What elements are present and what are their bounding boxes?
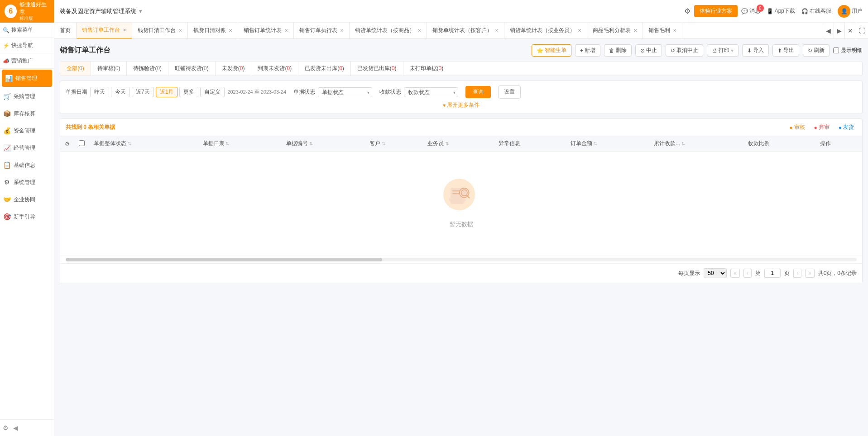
tab-sales-workbench[interactable]: 销售订单工作台✕ — [77, 23, 132, 39]
sidebar-item-system[interactable]: ⚙系统管理 — [0, 174, 54, 191]
tabs-scroll-right[interactable]: ▶ — [834, 23, 844, 39]
sidebar-search[interactable]: 🔍 搜索菜单 — [0, 23, 54, 38]
prev-page-btn[interactable]: ‹ — [743, 269, 752, 278]
date-btn-今天[interactable]: 今天 — [111, 87, 130, 97]
col-customer[interactable]: 客户 — [365, 136, 423, 152]
export-btn[interactable]: ⬆ 导出 — [772, 44, 799, 57]
sidebar-item-purchase[interactable]: 🛒采购管理 — [0, 88, 54, 105]
tab-sales-stats[interactable]: 销售订单统计表✕ — [238, 23, 294, 39]
tab-close-goods-stats[interactable]: ✕ — [417, 28, 421, 33]
sidebar-item-guide[interactable]: 🎯新手引导 — [0, 208, 54, 225]
sub-tab-all[interactable]: 全部(0) — [60, 62, 91, 76]
payment-select[interactable]: 收款状态 — [404, 87, 458, 97]
expand-more-btn[interactable]: ▾ 展开更多条件 — [66, 101, 857, 109]
show-detail-checkbox-label[interactable]: 显示明细 — [833, 47, 863, 54]
dropdown-icon: ▾ — [139, 8, 142, 14]
next-page-btn[interactable]: › — [793, 269, 801, 278]
tab-customer-stats[interactable]: 销货单统计表（按客户）✕ — [427, 23, 504, 39]
show-detail-checkbox[interactable] — [833, 47, 839, 53]
app-download-btn[interactable]: 📱 App下载 — [767, 7, 795, 15]
col-received[interactable]: 累计收款... — [649, 136, 743, 152]
refresh-btn[interactable]: ↻ 刷新 — [803, 44, 830, 57]
sidebar-item-finance[interactable]: 💰资金管理 — [0, 122, 54, 139]
sub-tab-pending-review[interactable]: 待审核(0) — [91, 62, 127, 76]
date-btn-近1月[interactable]: 近1月 — [156, 87, 178, 97]
delete-btn[interactable]: 🗑 删除 — [604, 44, 632, 57]
col-salesman[interactable]: 业务员 — [423, 136, 494, 152]
col-number[interactable]: 单据编号 — [282, 136, 365, 152]
horizontal-scrollbar[interactable] — [66, 258, 857, 261]
user-btn[interactable]: 👤 用户 — [838, 5, 863, 18]
nav-icon-finance: 💰 — [3, 127, 11, 135]
reject-btn[interactable]: ● 弃审 — [811, 123, 832, 132]
sub-tab-shipped-out[interactable]: 已发货已出库(0) — [351, 62, 403, 76]
tab-salesman-stats[interactable]: 销货单统计表（按业务员）✕ — [504, 23, 587, 39]
sidebar-item-collab[interactable]: 🤝企业协同 — [0, 191, 54, 208]
tab-close-profit-analysis[interactable]: ✕ — [633, 28, 637, 33]
tabs-scroll-left[interactable]: ◀ — [823, 23, 834, 39]
settings-icon[interactable]: ⚙ — [3, 424, 9, 431]
online-service-btn[interactable]: 🎧 在线客服 — [801, 7, 831, 15]
sidebar-quick-nav[interactable]: ⚡ 快捷导航 — [0, 38, 54, 53]
topbar-gear-icon[interactable]: ⚙ — [684, 7, 691, 15]
cancel-stop-btn[interactable]: ↺ 取消中止 — [666, 44, 703, 57]
headset-icon: 🎧 — [801, 8, 808, 14]
tabs-fullscreen[interactable]: ⛶ — [856, 23, 868, 39]
tab-close-sales-stats[interactable]: ✕ — [284, 28, 288, 33]
col-check[interactable] — [74, 136, 89, 152]
first-page-btn[interactable]: « — [730, 269, 740, 278]
col-status[interactable]: 单据整体状态 — [89, 136, 198, 152]
print-btn[interactable]: 🖨 打印 ▾ — [707, 44, 739, 57]
sub-tab-shipped-not-out[interactable]: 已发货未出库(0) — [298, 62, 351, 76]
col-amount[interactable]: 订单金额 — [566, 136, 649, 152]
date-btn-昨天[interactable]: 昨天 — [90, 87, 109, 97]
tab-profit-analysis[interactable]: 商品毛利分析表✕ — [587, 23, 643, 39]
date-btn-近7天[interactable]: 近7天 — [132, 87, 154, 97]
select-all-checkbox[interactable] — [79, 140, 85, 146]
date-btn-自定义[interactable]: 自定义 — [200, 87, 225, 97]
col-date[interactable]: 单据日期 — [198, 136, 282, 152]
deliver-btn[interactable]: ● 发货 — [836, 123, 857, 132]
query-btn[interactable]: 查询 — [465, 86, 491, 98]
status-select[interactable]: 单据状态 — [318, 87, 372, 97]
approve-btn[interactable]: ● 审核 — [786, 123, 807, 132]
sidebar-item-basic-info[interactable]: 📋基础信息 — [0, 156, 54, 174]
import-btn[interactable]: ⬇ 导入 — [742, 44, 769, 57]
tab-close-sales-exec[interactable]: ✕ — [340, 28, 344, 33]
tab-goods-stats[interactable]: 销货单统计表（按商品）✕ — [350, 23, 427, 39]
col-settings[interactable]: ⚙ — [60, 136, 74, 152]
tab-sales-profit[interactable]: 销售毛利✕ — [643, 23, 682, 39]
add-btn[interactable]: + 新增 — [575, 44, 600, 57]
sub-tab-not-printed[interactable]: 未打印单据(0) — [403, 62, 450, 76]
sidebar-item-sales[interactable]: 📊销售管理 — [2, 70, 52, 87]
tab-close-money-goods[interactable]: ✕ — [178, 28, 182, 33]
tab-money-goods[interactable]: 钱货日清工作台✕ — [132, 23, 188, 39]
stop-btn[interactable]: ⊘ 中止 — [635, 44, 662, 57]
last-page-btn[interactable]: » — [805, 269, 815, 278]
page-input[interactable] — [764, 269, 781, 278]
sidebar-item-inventory[interactable]: 📦库存核算 — [0, 105, 54, 122]
message-btn[interactable]: 💬 消息 6 — [741, 7, 760, 15]
date-filter: 单据日期 昨天今天近7天近1月更多自定义 2023-02-24 至 2023-0… — [66, 87, 286, 97]
per-page-select[interactable]: 50 10 20 100 — [704, 268, 727, 278]
tab-home[interactable]: 首页 — [54, 23, 77, 39]
sub-tab-wangpu-pending[interactable]: 旺铺待发货(0) — [168, 62, 216, 76]
sidebar-item-management[interactable]: 📈经营管理 — [0, 139, 54, 156]
tab-reconciliation[interactable]: 钱货日清对账✕ — [188, 23, 238, 39]
collapse-icon[interactable]: ◀ — [13, 424, 18, 431]
sidebar-promo[interactable]: 📣 营销推广 — [0, 53, 54, 69]
sub-tab-not-shipped[interactable]: 未发货(0) — [216, 62, 252, 76]
smart-create-btn[interactable]: ⭐ 智能生单 — [532, 44, 571, 57]
filter-settings-btn[interactable]: 设置 — [498, 85, 521, 99]
tab-close-sales-workbench[interactable]: ✕ — [123, 28, 126, 33]
tabs-close-all[interactable]: ✕ — [844, 23, 856, 39]
tab-close-customer-stats[interactable]: ✕ — [495, 28, 499, 33]
sub-tab-pending-pick[interactable]: 待拣验货(0) — [127, 62, 168, 76]
date-btn-更多[interactable]: 更多 — [179, 87, 198, 97]
industry-btn[interactable]: 体验行业方案 — [694, 5, 738, 17]
tab-close-salesman-stats[interactable]: ✕ — [578, 28, 581, 33]
sub-tab-overdue-not-shipped[interactable]: 到期未发货(0) — [251, 62, 298, 76]
tab-close-sales-profit[interactable]: ✕ — [673, 28, 676, 33]
tab-close-reconciliation[interactable]: ✕ — [229, 28, 232, 33]
tab-sales-exec[interactable]: 销售订单执行表✕ — [294, 23, 350, 39]
